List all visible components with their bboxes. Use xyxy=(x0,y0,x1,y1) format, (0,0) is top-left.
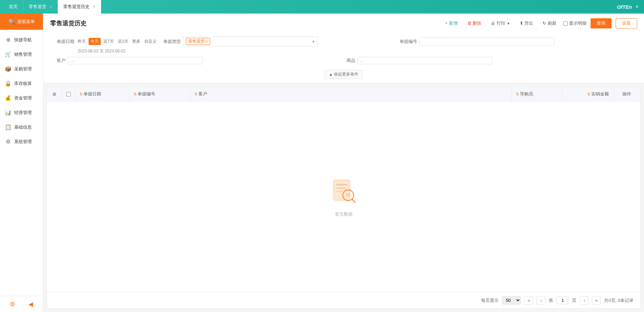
export-button[interactable]: ⬆ 导出 xyxy=(517,19,536,28)
window-close-button[interactable]: × xyxy=(636,4,639,10)
voucher-num-input[interactable] xyxy=(419,37,554,46)
delete-button[interactable]: 🗑 删除 xyxy=(464,19,484,28)
date-opt-yesterday[interactable]: 昨天 xyxy=(76,38,87,45)
prev-page-button[interactable]: ‹ xyxy=(536,296,545,305)
last-page-button[interactable]: » xyxy=(592,296,601,305)
th-customer[interactable]: ⇅ 客户 xyxy=(190,87,512,101)
goods-select[interactable]: ... xyxy=(357,57,493,64)
customer-select[interactable]: ... xyxy=(68,57,203,64)
table-container: ⚙ ⇅ 单据日期 ⇅ 单据编号 ⇅ 客户 ⇅ xyxy=(47,87,641,309)
new-button-label: + 新增 xyxy=(445,20,457,26)
inventory-icon: 🔒 xyxy=(5,80,11,87)
sidebar-item-inventory[interactable]: 🔒 库存核算 xyxy=(0,76,43,91)
sidebar-item-system-mgmt[interactable]: ⚙ 系统管理 xyxy=(0,134,43,149)
next-page-button[interactable]: › xyxy=(580,296,589,305)
sidebar-settings-button[interactable]: ⚙ xyxy=(10,300,15,308)
page-size-select[interactable]: 50 100 200 xyxy=(502,296,521,305)
collapse-label: 收起更多条件 xyxy=(334,71,358,77)
filter-row-1: 单据日期 昨天 今天 近7天 近1月 更多 自定义 单据类型 xyxy=(57,37,630,46)
refresh-button[interactable]: ↻ 刷新 xyxy=(540,19,559,28)
select-all-checkbox[interactable] xyxy=(66,92,71,96)
th-date-sort-icon: ⇅ xyxy=(79,92,82,96)
first-page-button[interactable]: « xyxy=(524,296,533,305)
voucher-type-tag: 零售退货 × xyxy=(186,38,210,45)
sidebar-item-purchase-mgmt[interactable]: 📦 采购管理 xyxy=(0,62,43,76)
th-number-sort-icon: ⇅ xyxy=(134,92,137,96)
search-icon: 🔍 xyxy=(8,19,15,25)
sidebar-item-system-label: 系统管理 xyxy=(14,139,32,145)
sidebar-item-sales-mgmt[interactable]: 🛒 销售管理 xyxy=(0,47,43,62)
th-settings[interactable]: ⚙ xyxy=(47,87,62,101)
new-button[interactable]: + 新增 xyxy=(442,19,460,28)
tab-retail-return-label: 零售退货 xyxy=(29,4,46,10)
tab-retail-return[interactable]: 零售退货 × xyxy=(23,0,58,14)
top-bar-brand: OfTEn xyxy=(617,4,632,10)
date-opt-more[interactable]: 更多 xyxy=(131,38,142,45)
sidebar-item-finance[interactable]: 💰 资金管理 xyxy=(0,91,43,105)
th-amount[interactable]: ⇅ 实销金额 xyxy=(563,87,613,101)
filter-row-2: 客户 ... 商品 ... xyxy=(57,57,630,64)
sidebar-item-finance-label: 资金管理 xyxy=(14,95,32,101)
th-date-label: 单据日期 xyxy=(84,91,101,97)
voucher-num-label: 单据编号 xyxy=(400,39,417,45)
th-customer-sort-icon: ⇅ xyxy=(194,92,197,96)
date-filter-group: 单据日期 昨天 今天 近7天 近1月 更多 自定义 xyxy=(57,38,158,45)
th-number[interactable]: ⇅ 单据编号 xyxy=(129,87,190,101)
tab-home[interactable]: 首页 xyxy=(3,0,23,14)
svg-line-6 xyxy=(352,199,355,202)
print-dropdown-icon[interactable]: ▼ xyxy=(507,22,510,25)
th-check xyxy=(62,87,75,101)
date-opt-7days[interactable]: 近7天 xyxy=(102,38,115,45)
page-number-input[interactable] xyxy=(556,296,569,304)
total-info: 共0页, 0条记录 xyxy=(604,297,634,304)
page-header: 零售退货历史 + 新增 🗑 删除 🖨 打印 ▼ ⬆ 导出 xyxy=(43,14,644,83)
base-info-icon: 📋 xyxy=(5,124,11,130)
goods-label: 商品 xyxy=(347,58,355,64)
sidebar-item-sales-label: 销售管理 xyxy=(14,51,32,58)
sidebar-item-quick-nav[interactable]: ⊕ 快捷导航 xyxy=(0,32,43,47)
voucher-num-filter-group: 单据编号 xyxy=(400,37,630,46)
th-guide-sort-icon: ⇅ xyxy=(516,92,519,96)
delete-button-label: 🗑 删除 xyxy=(467,20,482,26)
collapse-filter-button[interactable]: ▲ 收起更多条件 xyxy=(325,70,363,79)
tab-retail-return-history-close[interactable]: × xyxy=(93,4,95,9)
print-button[interactable]: 🖨 打印 ▼ xyxy=(488,19,513,28)
sidebar-collapse-button[interactable]: ◀ xyxy=(28,300,33,308)
voucher-type-select[interactable]: 零售退货 × ▼ xyxy=(183,37,318,46)
th-guide-label: 导购员 xyxy=(520,91,533,97)
th-amount-label: 实销金额 xyxy=(591,91,609,97)
date-opt-today[interactable]: 今天 xyxy=(89,38,101,45)
voucher-type-tag-close[interactable]: × xyxy=(206,40,208,44)
sidebar-item-base-info[interactable]: 📋 基础信息 xyxy=(0,120,43,134)
settings-icon: ⚙ xyxy=(52,92,56,97)
sidebar-menu: ⊕ 快捷导航 🛒 销售管理 📦 采购管理 🔒 库存核算 💰 资金管理 📊 xyxy=(0,30,43,296)
page-num-suffix: 页 xyxy=(572,297,576,304)
toolbar: + 新增 🗑 删除 🖨 打印 ▼ ⬆ 导出 ↻ 刷新 xyxy=(442,18,637,28)
th-date[interactable]: ⇅ 单据日期 xyxy=(75,87,129,101)
show-detail-checkbox[interactable] xyxy=(563,21,568,26)
tab-retail-return-close[interactable]: × xyxy=(50,4,52,9)
query-button[interactable]: 查询 xyxy=(591,18,612,28)
date-range-text: 2023-06-02 至 2023-06-02 xyxy=(78,49,125,53)
date-opt-1month[interactable]: 近1月 xyxy=(117,38,130,45)
date-opt-custom[interactable]: 自定义 xyxy=(143,38,158,45)
date-options: 昨天 今天 近7天 近1月 更多 自定义 xyxy=(76,38,158,45)
sidebar-item-base-info-label: 基础信息 xyxy=(14,124,32,130)
empty-text: 暂无数据 xyxy=(335,211,353,217)
th-customer-label: 客户 xyxy=(198,91,207,97)
top-bar: 首页 零售退货 × 零售退货历史 × OfTEn × xyxy=(0,0,644,14)
voucher-type-dropdown-icon[interactable]: ▼ xyxy=(311,40,315,44)
export-button-label: ⬆ 导出 xyxy=(520,20,533,26)
setting-button[interactable]: 设置 xyxy=(616,18,637,28)
th-guide[interactable]: ⇅ 导购员 xyxy=(512,87,563,101)
filter-area: 单据日期 昨天 今天 近7天 近1月 更多 自定义 单据类型 xyxy=(50,32,637,83)
sidebar-item-operations[interactable]: 📊 经营管理 xyxy=(0,105,43,120)
tab-list: 首页 零售退货 × 零售退货历史 × xyxy=(3,0,617,14)
sidebar-search-button[interactable]: 🔍 搜索菜单 xyxy=(0,14,43,30)
th-op: 操作 xyxy=(613,87,640,101)
purchase-icon: 📦 xyxy=(5,66,11,72)
finance-icon: 💰 xyxy=(5,95,11,101)
tab-retail-return-history[interactable]: 零售退货历史 × xyxy=(58,0,101,14)
sidebar-item-purchase-label: 采购管理 xyxy=(14,66,32,72)
table-header: ⚙ ⇅ 单据日期 ⇅ 单据编号 ⇅ 客户 ⇅ xyxy=(47,87,640,102)
